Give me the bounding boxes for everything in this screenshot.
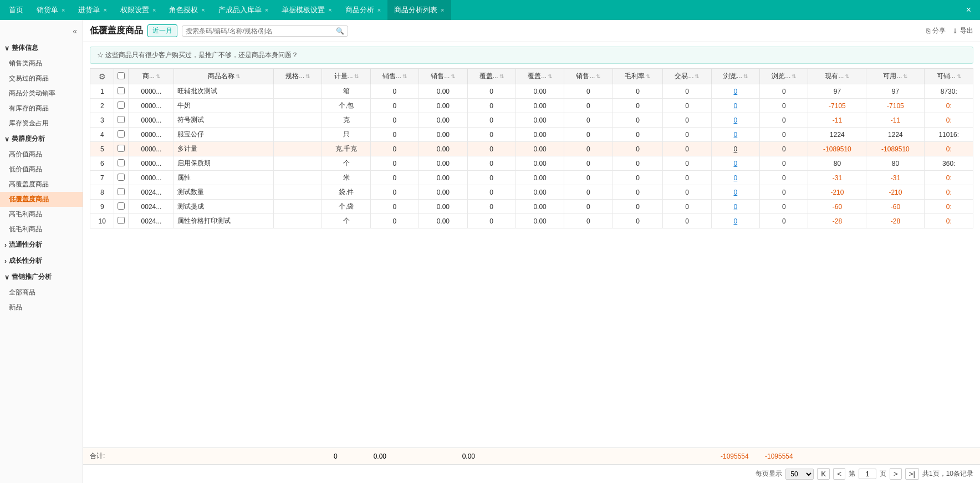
page-number-input[interactable] — [859, 469, 876, 479]
row-checkbox-cell[interactable] — [114, 214, 129, 228]
sidebar-item-category-rate[interactable]: 商品分类动销率 — [0, 86, 83, 101]
nav-template-settings[interactable]: 单据模板设置 × — [275, 0, 338, 20]
row-browse1[interactable]: 0 — [711, 99, 759, 113]
row-checkbox-cell[interactable] — [114, 128, 129, 142]
sidebar-item-all-products[interactable]: 全部商品 — [0, 285, 83, 300]
row-checkbox-cell[interactable] — [114, 113, 129, 128]
next-page-button[interactable]: > — [890, 468, 902, 480]
nav-product-warehouse[interactable]: 产成品入库单 × — [212, 0, 275, 20]
column-cover2[interactable]: 覆盖...⇅ — [515, 69, 564, 84]
sidebar-group-cluster[interactable]: ∨ 类群度分析 — [0, 131, 83, 147]
row-checkbox-cell[interactable] — [114, 185, 129, 200]
row-browse1[interactable]: 0 — [711, 128, 759, 142]
column-unit[interactable]: 计量...⇅ — [322, 69, 370, 84]
row-checkbox[interactable] — [118, 202, 125, 210]
column-avail[interactable]: 可用...⇅ — [866, 69, 925, 84]
row-checkbox-cell[interactable] — [114, 142, 129, 156]
row-checkbox[interactable] — [118, 130, 125, 138]
row-browse1[interactable]: 0 — [711, 142, 759, 156]
sidebar-item-high-coverage[interactable]: 高覆盖度商品 — [0, 177, 83, 192]
sidebar-group-overall[interactable]: ∨ 整体信息 — [0, 40, 83, 56]
close-icon[interactable]: × — [62, 7, 65, 13]
column-sale2[interactable]: 销售...⇅ — [564, 69, 612, 84]
column-cover1[interactable]: 覆盖...⇅ — [467, 69, 515, 84]
column-spec[interactable]: 规格...⇅ — [274, 69, 322, 84]
close-icon[interactable]: × — [441, 7, 444, 13]
row-checkbox-cell[interactable] — [114, 84, 129, 99]
column-sale-qty[interactable]: 销售...⇅ — [370, 69, 418, 84]
row-browse1[interactable]: 0 — [711, 200, 759, 214]
sidebar-item-stock-funds[interactable]: 库存资金占用 — [0, 116, 83, 131]
column-sale-amt[interactable]: 销售...⇅ — [419, 69, 467, 84]
column-browse1[interactable]: 浏览...⇅ — [711, 69, 759, 84]
nav-home[interactable]: 首页 — [2, 0, 30, 20]
export-button[interactable]: ⤓ 导出 — [952, 26, 973, 35]
row-checkbox[interactable] — [118, 145, 125, 152]
row-checkbox-cell[interactable] — [114, 99, 129, 113]
first-page-button[interactable]: K — [817, 468, 830, 480]
sidebar-collapse-button[interactable]: « — [70, 24, 79, 38]
column-browse2[interactable]: 浏览...⇅ — [760, 69, 808, 84]
nav-role-auth[interactable]: 角色授权 × — [162, 0, 211, 20]
close-icon[interactable]: × — [152, 7, 156, 13]
sidebar-item-stock-products[interactable]: 有库存的商品 — [0, 101, 83, 116]
nav-permissions[interactable]: 权限设置 × — [114, 0, 162, 20]
sidebar-group-circulation[interactable]: › 流通性分析 — [0, 237, 83, 253]
search-icon[interactable]: 🔍 — [336, 27, 344, 35]
column-gear[interactable]: ⚙ — [90, 69, 114, 84]
time-period-button[interactable]: 近一月 — [147, 24, 177, 37]
close-icon[interactable]: × — [377, 7, 381, 13]
row-browse1[interactable]: 0 — [711, 171, 759, 185]
row-checkbox[interactable] — [118, 159, 125, 166]
row-checkbox[interactable] — [118, 116, 125, 123]
column-checkbox[interactable] — [114, 69, 129, 84]
close-icon[interactable]: × — [201, 7, 205, 13]
per-page-select[interactable]: 5020100 — [785, 469, 814, 480]
sidebar-item-high-value[interactable]: 高价值商品 — [0, 147, 83, 162]
search-input[interactable] — [186, 27, 336, 35]
table-container[interactable]: ⚙ 商...⇅ 商品名称⇅ 规格...⇅ 计量...⇅ 销售...⇅ 销售...… — [83, 68, 980, 448]
window-close-button[interactable]: × — [959, 5, 978, 15]
row-browse1[interactable]: 0 — [711, 113, 759, 128]
column-code[interactable]: 商...⇅ — [129, 69, 174, 84]
search-box[interactable]: 🔍 — [182, 26, 348, 37]
close-icon[interactable]: × — [328, 7, 331, 13]
row-checkbox[interactable] — [118, 101, 125, 109]
nav-purchase[interactable]: 进货单 × — [72, 0, 113, 20]
sidebar-item-low-coverage[interactable]: 低覆盖度商品 — [0, 192, 83, 207]
sidebar-item-traded-products[interactable]: 交易过的商品 — [0, 71, 83, 86]
select-all-checkbox[interactable] — [118, 72, 125, 79]
column-name[interactable]: 商品名称⇅ — [174, 69, 274, 84]
sidebar-item-new-products[interactable]: 新品 — [0, 300, 83, 315]
row-checkbox[interactable] — [118, 174, 125, 181]
row-browse1[interactable]: 0 — [711, 214, 759, 228]
column-saleable[interactable]: 可销...⇅ — [925, 69, 973, 84]
row-checkbox-cell[interactable] — [114, 171, 129, 185]
column-gross-rate[interactable]: 毛利率⇅ — [612, 69, 663, 84]
row-cover1: 0 — [467, 156, 515, 171]
close-icon[interactable]: × — [103, 7, 106, 13]
row-checkbox[interactable] — [118, 188, 125, 195]
sidebar-group-growth[interactable]: › 成长性分析 — [0, 253, 83, 269]
nav-product-analysis[interactable]: 商品分析 × — [339, 0, 387, 20]
row-checkbox-cell[interactable] — [114, 156, 129, 171]
last-page-button[interactable]: >| — [905, 468, 919, 480]
row-checkbox-cell[interactable] — [114, 200, 129, 214]
row-checkbox[interactable] — [118, 217, 125, 224]
row-checkbox[interactable] — [118, 87, 125, 94]
row-browse1[interactable]: 0 — [711, 156, 759, 171]
sidebar-item-high-margin[interactable]: 高毛利商品 — [0, 207, 83, 222]
row-browse1[interactable]: 0 — [711, 185, 759, 200]
column-stock[interactable]: 现有...⇅ — [808, 69, 866, 84]
sidebar-item-low-value[interactable]: 低价值商品 — [0, 162, 83, 177]
sidebar-item-low-margin[interactable]: 低毛利商品 — [0, 222, 83, 237]
sidebar-group-marketing[interactable]: ∨ 营销推广分析 — [0, 269, 83, 285]
column-trade[interactable]: 交易...⇅ — [663, 69, 711, 84]
close-icon[interactable]: × — [265, 7, 268, 13]
share-button[interactable]: ⎘ 分享 — [926, 26, 946, 35]
sidebar-item-sales-products[interactable]: 销售类商品 — [0, 56, 83, 71]
nav-sales[interactable]: 销货单 × — [30, 0, 72, 20]
nav-product-analysis-list[interactable]: 商品分析列表 × — [387, 0, 451, 20]
row-browse1[interactable]: 0 — [711, 84, 759, 99]
prev-page-button[interactable]: < — [833, 468, 845, 480]
